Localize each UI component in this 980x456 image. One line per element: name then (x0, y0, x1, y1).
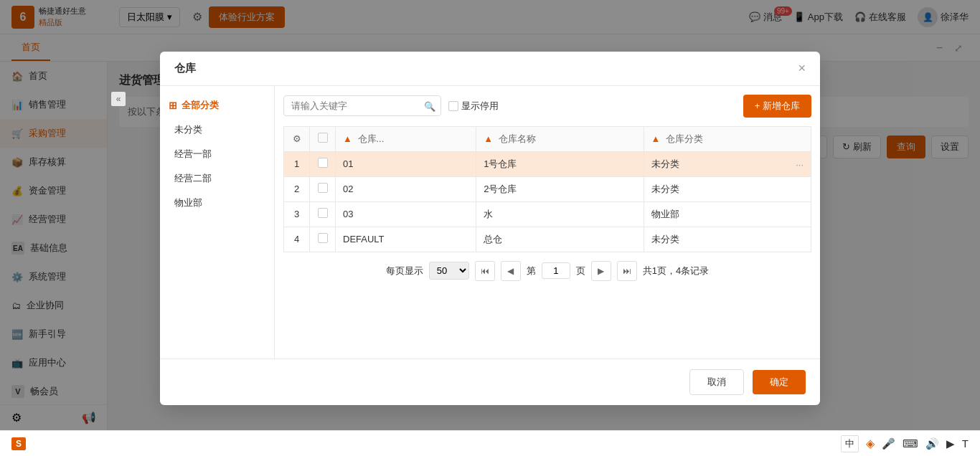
col-checkbox (310, 126, 336, 151)
bottom-dot-icon[interactable]: ◈ (866, 437, 875, 450)
row-index: 4 (284, 227, 310, 252)
row-index: 1 (284, 151, 310, 176)
table-row[interactable]: 1 01 1号仓库 未分类 ··· (284, 151, 811, 176)
col-gear: ⚙ (284, 126, 310, 151)
row-actions[interactable]: ··· (796, 158, 804, 169)
row-index: 2 (284, 176, 310, 201)
table-row[interactable]: 3 03 水 物业部 (284, 201, 811, 227)
sort-icon: ▲ (343, 133, 352, 144)
row-checkbox[interactable] (310, 227, 336, 252)
row-category: 未分类 (644, 227, 811, 252)
table-row[interactable]: 2 02 2号仓库 未分类 (284, 176, 811, 201)
new-warehouse-btn[interactable]: + 新增仓库 (743, 95, 811, 118)
last-page-btn[interactable]: ⏭ (617, 261, 637, 281)
search-icon[interactable]: 🔍 (424, 100, 435, 111)
table-panel: 🔍 显示停用 + 新增仓库 ⚙ (275, 86, 820, 358)
modal-header: 仓库 × (160, 52, 820, 86)
row-code: 01 (336, 151, 476, 176)
modal-footer: 取消 确定 (160, 358, 820, 405)
confirm-btn[interactable]: 确定 (753, 370, 806, 394)
cancel-btn[interactable]: 取消 (689, 369, 744, 395)
row-checkbox[interactable] (310, 176, 336, 201)
tree-item-ops2[interactable]: 经营二部 (160, 166, 274, 191)
bottom-taskbar-icon[interactable]: ▶ (946, 437, 955, 450)
table-toolbar: 🔍 显示停用 + 新增仓库 (283, 95, 811, 118)
row-name: 水 (476, 201, 644, 227)
modal-title: 仓库 (174, 62, 196, 75)
search-wrap: 🔍 (283, 95, 441, 116)
first-page-btn[interactable]: ⏮ (475, 261, 495, 281)
tree-item-property[interactable]: 物业部 (160, 191, 274, 215)
tree-item-ops1[interactable]: 经营一部 (160, 142, 274, 166)
row-name: 2号仓库 (476, 176, 644, 201)
tree-header[interactable]: ⊞ 全部分类 (160, 93, 274, 118)
table-row[interactable]: 4 DEFAULT 总仓 未分类 (284, 227, 811, 252)
next-page-btn[interactable]: ▶ (591, 261, 611, 281)
row-checkbox[interactable] (310, 151, 336, 176)
header-checkbox[interactable] (318, 133, 328, 143)
prev-page-btn[interactable]: ◀ (501, 261, 521, 281)
bottom-mic-icon[interactable]: 🎤 (882, 437, 895, 450)
tree-panel: ⊞ 全部分类 « 未分类 经营一部 经营二部 物业部 (160, 86, 275, 358)
row-code: 02 (336, 176, 476, 201)
page-input[interactable] (542, 262, 570, 279)
sort-icon3: ▲ (651, 133, 661, 144)
show-disabled-checkbox[interactable] (448, 101, 458, 111)
row-category: 物业部 (644, 201, 811, 227)
bottom-keyboard-icon[interactable]: ⌨ (903, 437, 918, 450)
row-category: 未分类 ··· (644, 151, 811, 176)
col-category-header[interactable]: ▲ 仓库分类 (644, 126, 811, 151)
tree-item-uncategorized[interactable]: 未分类 (160, 118, 274, 142)
bottom-t-icon[interactable]: T (962, 437, 969, 450)
search-input[interactable] (283, 95, 441, 116)
row-name: 总仓 (476, 227, 644, 252)
row-code: DEFAULT (336, 227, 476, 252)
bottom-bar: S 中 ◈ 🎤 ⌨ 🔊 ▶ T (0, 430, 980, 456)
show-disabled-label[interactable]: 显示停用 (448, 100, 499, 113)
modal-close-btn[interactable]: × (798, 62, 806, 75)
sort-icon2: ▲ (484, 133, 493, 144)
page-size-select[interactable]: 50 100 (429, 262, 469, 280)
col-code-header[interactable]: ▲ 仓库... (336, 126, 476, 151)
warehouse-table: ⚙ ▲ 仓库... ▲ 仓库名称 (283, 126, 811, 252)
row-category: 未分类 (644, 176, 811, 201)
bottom-zh-icon[interactable]: 中 (841, 435, 859, 452)
modal-overlay: 仓库 × ⊞ 全部分类 « 未分类 经营一部 经营二部 物业部 (0, 0, 980, 456)
row-checkbox[interactable] (310, 201, 336, 227)
row-name: 1号仓库 (476, 151, 644, 176)
bottom-logo: S (11, 437, 26, 450)
row-code: 03 (336, 201, 476, 227)
col-name-header[interactable]: ▲ 仓库名称 (476, 126, 644, 151)
pagination-bar: 每页显示 50 100 ⏮ ◀ 第 页 ▶ ⏭ 共1页，4条记录 (283, 252, 811, 284)
modal-body: ⊞ 全部分类 « 未分类 经营一部 经营二部 物业部 🔍 (160, 86, 820, 358)
warehouse-modal: 仓库 × ⊞ 全部分类 « 未分类 经营一部 经营二部 物业部 (160, 52, 820, 405)
bottom-speaker-icon[interactable]: 🔊 (925, 437, 939, 450)
grid-icon: ⊞ (169, 100, 177, 111)
row-index: 3 (284, 201, 310, 227)
